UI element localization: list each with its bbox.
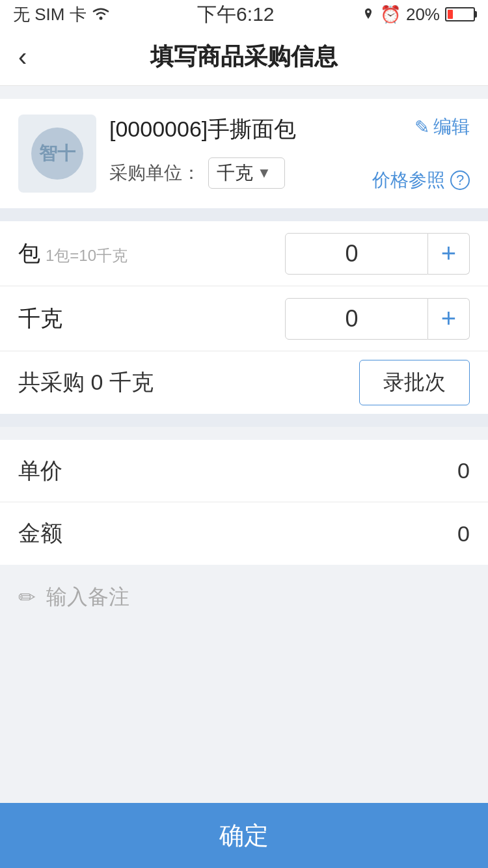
price-row-1: 金额 0 <box>0 502 488 565</box>
qty-label-1: 千克 <box>18 304 285 334</box>
location-icon <box>362 5 375 25</box>
unit-label: 采购单位： <box>109 161 200 185</box>
qty-plus-button-1[interactable]: + <box>428 298 470 340</box>
price-section: 单价 0 金额 0 <box>0 440 488 565</box>
price-value-1: 0 <box>457 521 470 547</box>
qty-label-0: 包1包=10千克 <box>18 239 285 269</box>
status-bar: 无 SIM 卡 下午6:12 ⏰ 20% <box>0 0 488 29</box>
section-divider-1 <box>0 208 488 221</box>
summary-label: 共采购 <box>18 370 85 394</box>
battery-icon <box>445 7 475 21</box>
note-section[interactable]: ✏ 输入备注 <box>0 565 488 630</box>
quantity-input-0[interactable] <box>285 233 428 275</box>
unit-select[interactable]: 千克 ▼ <box>208 157 285 189</box>
qty-sublabel-0: 1包=10千克 <box>46 247 128 264</box>
product-card: 智十 [0000006]手撕面包 采购单位： 千克 ▼ ✎ 编辑 价格参照 ? <box>0 99 488 208</box>
qty-plus-button-0[interactable]: + <box>428 233 470 275</box>
price-row-0: 单价 0 <box>0 440 488 502</box>
price-label-0: 单价 <box>18 456 62 486</box>
chevron-down-icon: ▼ <box>257 165 271 182</box>
svg-point-0 <box>99 16 102 20</box>
summary-qty: 0 <box>90 370 103 394</box>
quantity-section: 包1包=10千克 + 千克 + <box>0 221 488 351</box>
quantity-row-0: 包1包=10千克 + <box>0 221 488 286</box>
page-footer-space <box>0 630 488 825</box>
product-thumbnail: 智十 <box>18 115 96 193</box>
back-button[interactable]: ‹ <box>18 42 27 72</box>
edit-button[interactable]: ✎ 编辑 <box>414 115 470 139</box>
unit-value: 千克 <box>217 161 253 185</box>
pencil-icon: ✏ <box>18 585 36 610</box>
status-bar-left: 无 SIM 卡 <box>13 3 110 26</box>
alarm-icon: ⏰ <box>380 5 401 25</box>
price-value-0: 0 <box>457 458 470 483</box>
batch-button[interactable]: 录批次 <box>359 360 470 405</box>
help-icon: ? <box>450 170 470 190</box>
quantity-row-1: 千克 + <box>0 286 488 351</box>
carrier-label: 无 SIM 卡 <box>13 3 87 26</box>
product-thumb-logo: 智十 <box>31 128 83 180</box>
note-placeholder: 输入备注 <box>46 583 129 612</box>
section-divider-2 <box>0 414 488 427</box>
qty-input-wrapper-0: + <box>285 233 470 275</box>
summary-unit <box>103 370 109 394</box>
wifi-icon <box>92 5 110 25</box>
nav-bar: ‹ 填写商品采购信息 <box>0 29 488 86</box>
qty-input-wrapper-1: + <box>285 298 470 340</box>
confirm-button[interactable]: 确定 <box>0 803 488 868</box>
battery-text: 20% <box>406 5 440 25</box>
summary-text: 共采购 0 千克 <box>18 368 154 398</box>
price-ref-label: 价格参照 <box>372 168 445 193</box>
page-title: 填写商品采购信息 <box>150 41 338 73</box>
edit-label: 编辑 <box>433 115 470 139</box>
status-bar-time: 下午6:12 <box>197 1 274 28</box>
status-bar-right: ⏰ 20% <box>362 5 475 25</box>
edit-icon: ✎ <box>414 116 429 138</box>
price-label-1: 金额 <box>18 519 62 549</box>
summary-row: 共采购 0 千克 录批次 <box>0 351 488 414</box>
price-reference-button[interactable]: 价格参照 ? <box>372 168 470 193</box>
quantity-input-1[interactable] <box>285 298 428 340</box>
